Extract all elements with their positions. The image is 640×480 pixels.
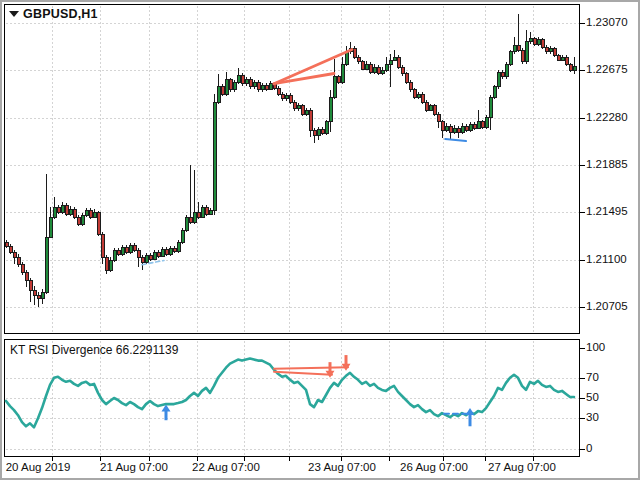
bearish-divergence-line [274, 367, 348, 369]
price-tick-label: 1.21885 [586, 158, 628, 170]
rsi-tick-label: 70 [586, 371, 599, 383]
bearish-divergence-line [274, 372, 332, 375]
grid-lines [6, 6, 579, 456]
symbol-dropdown-icon[interactable] [9, 11, 19, 17]
price-tick-label: 1.20705 [586, 300, 628, 312]
indicator-label: KT RSI Divergence 66.2291139 [10, 343, 178, 357]
time-axis[interactable]: 20 Aug 201921 Aug 07:0022 Aug 07:0023 Au… [2, 458, 580, 480]
bullish-divergence-line [445, 139, 466, 141]
rsi-tick-label: 50 [586, 391, 599, 403]
chart-window: GBPUSD,H1 KT RSI Divergence 66.2291139 1… [0, 0, 640, 480]
chart-canvas[interactable] [2, 2, 640, 480]
time-tick-label: 23 Aug 07:00 [308, 461, 376, 473]
price-tick-label: 1.22675 [586, 63, 628, 75]
price-divergence-lines [142, 49, 466, 264]
buy-signal-arrow-icon [466, 408, 475, 415]
time-tick-label: 22 Aug 07:00 [192, 461, 260, 473]
price-tick-label: 1.22280 [586, 111, 628, 123]
price-pane[interactable] [5, 5, 580, 334]
price-axis[interactable]: 1.230701.226751.222801.218851.214951.211… [582, 2, 640, 480]
price-tick-label: 1.21100 [586, 253, 627, 265]
price-tick-label: 1.21495 [586, 205, 628, 217]
candlestick-series [5, 14, 576, 307]
time-tick-label: 20 Aug 2019 [6, 461, 71, 473]
symbol-label: GBPUSD,H1 [23, 7, 98, 21]
rsi-tick-label: 30 [586, 411, 599, 423]
rsi-tick-label: 100 [586, 341, 605, 353]
price-tick-label: 1.23070 [586, 16, 628, 28]
rsi-divergence-lines [274, 367, 470, 413]
time-tick-label: 26 Aug 07:00 [400, 461, 468, 473]
time-tick-label: 21 Aug 07:00 [100, 461, 168, 473]
rsi-tick-label: 0 [586, 442, 592, 454]
time-tick-label: 27 Aug 07:00 [488, 461, 556, 473]
